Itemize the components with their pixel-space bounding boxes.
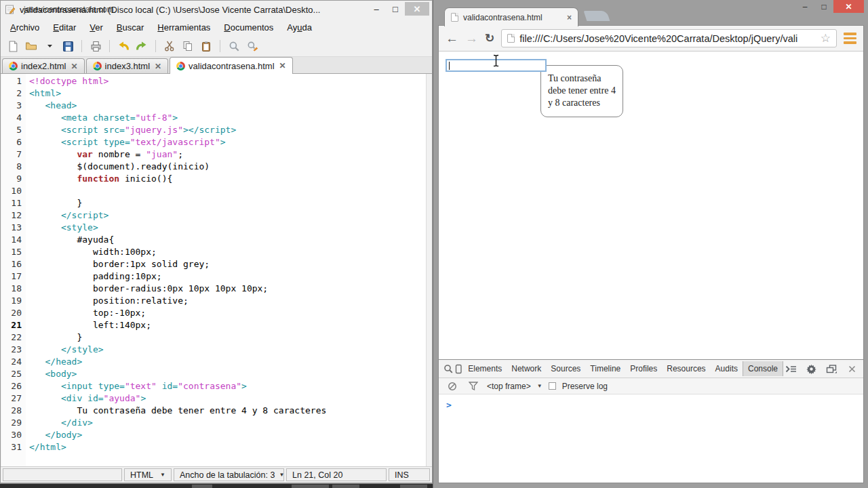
forward-icon[interactable]: → xyxy=(465,32,478,45)
code-line-19[interactable]: position:relative; xyxy=(29,295,426,307)
code-line-5[interactable]: <script src="jquery.js"></script> xyxy=(29,124,426,136)
code-line-12[interactable]: </script> xyxy=(29,209,426,222)
code-line-3[interactable]: <head> xyxy=(29,100,426,112)
code-line-28[interactable]: Tu contraseña debe tener entre 4 y 8 car… xyxy=(29,405,426,417)
tab-close-icon[interactable]: ✕ xyxy=(71,62,77,71)
find-replace-icon[interactable] xyxy=(245,39,259,53)
back-icon[interactable]: ← xyxy=(446,32,458,45)
find-icon[interactable] xyxy=(227,39,241,53)
devtools-tab-audits[interactable]: Audits xyxy=(711,361,743,376)
code-line-1[interactable]: <!doctype html> xyxy=(29,75,426,87)
clear-console-icon[interactable] xyxy=(445,380,460,393)
devtools-tab-timeline[interactable]: Timeline xyxy=(585,361,625,376)
code-line-20[interactable]: top:-10px; xyxy=(29,307,426,319)
code-editor-area[interactable]: 1234567891011121314151617181920212223242… xyxy=(1,74,431,466)
copy-icon[interactable] xyxy=(181,39,195,53)
devtools-tab-sources[interactable]: Sources xyxy=(546,361,585,376)
tab-close-icon[interactable]: ✕ xyxy=(279,61,286,70)
url-bar[interactable]: file:///C:/Users/Jose%20Vicente%20Carrat… xyxy=(501,29,837,47)
tab-width-dropdown[interactable]: Ancho de la tabulación: 3▼ xyxy=(174,468,284,481)
code-line-29[interactable]: </div> xyxy=(29,417,426,429)
cut-icon[interactable] xyxy=(163,39,176,53)
devtools-tab-elements[interactable]: Elements xyxy=(463,361,507,376)
editor-window: validacontrasena.html (Disco local (C:) … xyxy=(0,0,433,483)
device-mode-icon[interactable] xyxy=(453,362,463,375)
menu-documentos[interactable]: Documentos xyxy=(224,22,273,33)
frame-selector-dropdown[interactable]: <top frame> xyxy=(487,382,531,391)
editor-tab-label: index3.html xyxy=(105,61,150,71)
editor-tabbar: index2.html✕index3.html✕validacontrasena… xyxy=(1,57,432,74)
code-line-4[interactable]: <meta charset="utf-8"> xyxy=(29,112,426,124)
code-line-22[interactable]: } xyxy=(29,331,426,344)
redo-icon[interactable] xyxy=(135,39,149,53)
menu-ayuda[interactable]: Ayuda xyxy=(287,22,312,33)
tab-close-icon[interactable]: ✕ xyxy=(155,62,161,71)
browser-minimize-button[interactable]: – xyxy=(795,0,814,13)
code-line-11[interactable]: } xyxy=(29,197,426,209)
code-line-16[interactable]: border:1px solid grey; xyxy=(29,258,426,270)
save-icon[interactable] xyxy=(61,39,75,53)
undo-icon[interactable] xyxy=(117,39,130,53)
menu-buscar[interactable]: Buscar xyxy=(117,22,144,33)
code-line-8[interactable]: $(document).ready(inicio) xyxy=(29,161,426,173)
editor-tab-validacontrasena.html[interactable]: validacontrasena.html✕ xyxy=(170,57,293,74)
code-line-27[interactable]: <div id="ayuda"> xyxy=(29,392,426,405)
code-line-21[interactable]: left:140px; xyxy=(29,319,426,331)
code-line-31[interactable]: </html> xyxy=(29,441,426,453)
code-line-23[interactable]: </style> xyxy=(29,344,426,356)
open-folder-icon[interactable] xyxy=(24,39,38,53)
editor-minimize-button[interactable]: – xyxy=(367,2,386,16)
editor-tab-index2.html[interactable]: index2.html✕ xyxy=(2,58,85,73)
code-line-10[interactable] xyxy=(29,185,426,197)
url-text[interactable]: file:///C:/Users/Jose%20Vicente%20Carrat… xyxy=(519,33,816,44)
editor-tab-index3.html[interactable]: index3.html✕ xyxy=(86,58,169,73)
browser-maximize-button[interactable]: □ xyxy=(814,0,833,13)
devtools-tab-console[interactable]: Console xyxy=(743,361,783,376)
code-line-14[interactable]: #ayuda{ xyxy=(29,234,426,246)
dock-side-icon[interactable] xyxy=(824,362,839,375)
code-line-7[interactable]: var nombre = "juan"; xyxy=(29,148,426,161)
code-line-15[interactable]: width:100px; xyxy=(29,246,426,258)
menu-hamburger-icon[interactable] xyxy=(844,33,856,44)
reload-icon[interactable]: ↻ xyxy=(485,31,494,45)
filter-funnel-icon[interactable] xyxy=(466,380,481,393)
menu-archivo[interactable]: Archivo xyxy=(10,22,39,33)
open-dropdown-icon[interactable] xyxy=(43,39,56,53)
code-line-26[interactable]: <input type="text" id="contrasena"> xyxy=(29,380,426,392)
editor-maximize-button[interactable]: □ xyxy=(386,2,405,16)
devtools-tab-profiles[interactable]: Profiles xyxy=(625,361,662,376)
code-line-30[interactable]: </body> xyxy=(29,429,426,441)
paste-icon[interactable] xyxy=(199,39,213,53)
menu-editar[interactable]: Editar xyxy=(53,22,76,33)
new-document-icon[interactable] xyxy=(6,39,20,53)
editor-scrollbar[interactable] xyxy=(426,74,431,466)
code-line-18[interactable]: border-radius:0px 10px 10px 10px; xyxy=(29,283,426,295)
tab-close-icon[interactable]: × xyxy=(567,13,572,22)
code-line-17[interactable]: padding:10px; xyxy=(29,270,426,283)
console-drawer-icon[interactable] xyxy=(783,362,798,375)
code-line-9[interactable]: function inicio(){ xyxy=(29,173,426,185)
code-line-6[interactable]: <script type="text/javascript"> xyxy=(29,136,426,148)
close-icon[interactable] xyxy=(844,362,859,375)
new-tab-button[interactable] xyxy=(584,11,610,21)
bookmark-star-icon[interactable]: ☆ xyxy=(821,31,831,45)
devtools-tab-network[interactable]: Network xyxy=(507,361,546,376)
language-mode-dropdown[interactable]: HTML▼ xyxy=(124,468,172,481)
menu-ver[interactable]: Ver xyxy=(90,22,103,33)
editor-close-button[interactable]: ✕ xyxy=(405,2,429,16)
search-icon[interactable] xyxy=(443,362,453,375)
browser-tab[interactable]: validacontrasena.html × xyxy=(444,7,578,26)
menu-herramientas[interactable]: Herramientas xyxy=(157,22,210,33)
preserve-log-checkbox[interactable] xyxy=(549,382,556,390)
settings-gear-icon[interactable] xyxy=(804,362,818,375)
browser-close-button[interactable]: ✕ xyxy=(833,0,864,13)
console-output[interactable]: > xyxy=(439,394,863,483)
print-icon[interactable] xyxy=(89,39,102,53)
devtools-tab-resources[interactable]: Resources xyxy=(662,361,710,376)
code-lines[interactable]: <!doctype html><html> <head> <meta chars… xyxy=(26,74,426,466)
code-line-13[interactable]: <style> xyxy=(29,222,426,234)
code-line-25[interactable]: <body> xyxy=(29,368,426,380)
code-line-2[interactable]: <html> xyxy=(29,87,426,100)
console-prompt-icon[interactable]: > xyxy=(446,400,452,410)
code-line-24[interactable]: </head> xyxy=(29,356,426,368)
